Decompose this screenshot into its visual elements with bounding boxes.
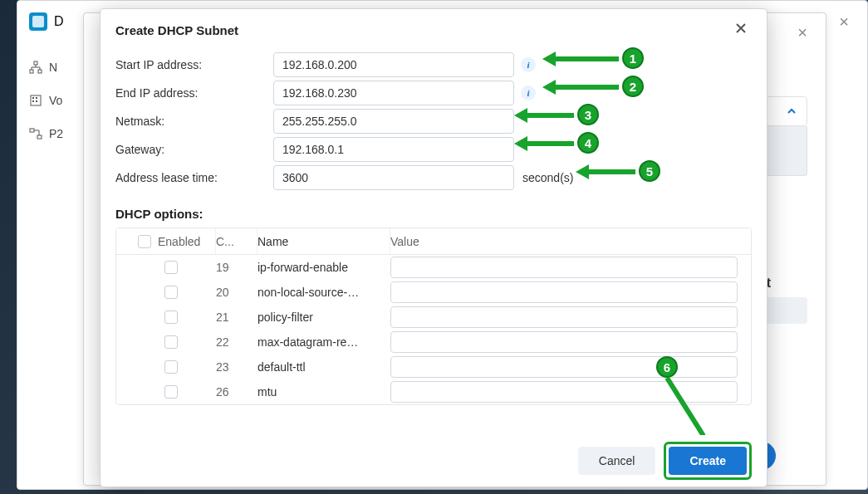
row-name: default-ttl [257,360,390,374]
row-name: max-datagram-re… [257,335,390,349]
row-value-input[interactable] [390,306,738,328]
input-start-ip[interactable] [273,52,514,77]
row-name: ip-forward-enable [257,261,390,274]
checkbox-all[interactable] [138,235,151,248]
label-end-ip: End IP address: [115,86,273,100]
unit-seconds: second(s) [522,171,573,184]
sidebar: N Vo P2 [17,51,92,150]
table-row[interactable]: 22max-datagram-re… [116,330,751,355]
table-row[interactable]: 26mtu [116,379,751,404]
p2p-icon [29,127,42,140]
svg-rect-1 [30,70,33,73]
label-netmask: Netmask: [115,115,273,128]
svg-rect-0 [34,61,37,65]
dialog-body: Start IP address: i End IP address: i Ne… [101,47,767,435]
row-value-input[interactable] [390,356,738,378]
options-table-body[interactable]: 19ip-forward-enable20non-local-source-…2… [116,255,751,404]
row-code: 21 [216,311,257,324]
create-annotation-box: Create [664,442,752,480]
annotation-arrow-3 [514,111,574,120]
row-code: 22 [216,335,257,349]
row-end-ip: End IP address: i [115,79,752,107]
annotation-marker-2: 2 [622,76,644,97]
dialog-close-icon[interactable] [730,21,752,39]
col-value[interactable]: Value [390,228,751,254]
col-enabled[interactable]: Enabled [116,228,216,254]
dialog-header: Create DHCP Subnet [101,9,767,47]
annotation-arrow-6 [665,376,715,435]
svg-rect-5 [36,97,37,99]
app-title: D [54,14,64,29]
row-name: policy-filter [257,311,390,324]
table-row[interactable]: 21policy-filter [116,305,751,330]
info-icon[interactable]: i [521,57,536,72]
row-start-ip: Start IP address: i [115,51,752,79]
annotation-arrow-4 [514,139,574,148]
create-dhcp-dialog: Create DHCP Subnet Start IP address: i E… [100,8,767,487]
svg-rect-7 [36,100,37,102]
dialog-footer: Cancel Create [101,435,767,487]
edit-close-icon[interactable]: × [791,23,814,42]
table-row[interactable]: 19ip-forward-enable [116,255,751,280]
info-icon[interactable]: i [521,86,536,100]
cancel-button[interactable]: Cancel [578,447,656,475]
row-checkbox[interactable] [164,385,178,399]
row-name: non-local-source-… [257,286,390,299]
options-table-header: Enabled C... Name Value [116,228,751,255]
row-checkbox[interactable] [164,286,178,299]
label-lease: Address lease time: [115,171,273,184]
annotation-marker-5: 5 [639,160,660,182]
input-netmask[interactable] [273,109,514,134]
dhcp-options-title: DHCP options: [115,207,752,221]
tree-icon [29,61,42,74]
options-table: Enabled C... Name Value 19ip-forward-ena… [115,227,752,405]
app-logo-icon [29,12,47,31]
row-code: 20 [216,286,257,299]
row-checkbox[interactable] [164,360,178,374]
sidebar-label: P2 [49,127,63,140]
app-close-icon[interactable]: × [832,12,856,32]
svg-rect-8 [30,129,34,132]
chevron-up-icon [787,106,797,116]
create-button[interactable]: Create [669,447,747,475]
input-gateway[interactable] [273,137,514,162]
label-start-ip: Start IP address: [115,58,273,71]
row-checkbox[interactable] [164,311,178,324]
svg-rect-9 [37,135,42,139]
annotation-marker-1: 1 [622,47,644,69]
row-checkbox[interactable] [164,335,178,349]
row-value-input[interactable] [390,331,738,353]
annotation-arrow-5 [576,168,635,176]
sidebar-label: Vo [49,94,62,107]
table-row[interactable]: 20non-local-source-… [116,280,751,305]
row-code: 19 [216,261,257,274]
annotation-marker-4: 4 [577,132,599,154]
row-code: 23 [216,360,257,374]
row-value-input[interactable] [390,257,738,278]
row-name: mtu [257,385,390,399]
annotation-marker-6: 6 [656,356,678,378]
svg-rect-4 [32,97,34,99]
svg-rect-6 [32,100,34,102]
annotation-arrow-2 [542,83,619,91]
label-gateway: Gateway: [115,143,273,156]
row-netmask: Netmask: [115,107,752,135]
col-enabled-label: Enabled [158,235,200,248]
input-lease[interactable] [273,165,514,190]
col-code[interactable]: C... [216,228,257,254]
svg-line-11 [667,378,704,435]
col-name[interactable]: Name [257,228,390,254]
row-value-input[interactable] [390,281,738,303]
building-icon [29,94,42,107]
dialog-title: Create DHCP Subnet [115,23,238,37]
row-gateway: Gateway: [115,135,752,164]
row-checkbox[interactable] [164,261,178,274]
input-end-ip[interactable] [273,81,514,105]
annotation-marker-3: 3 [577,104,599,125]
annotation-arrow-1 [542,55,619,63]
sidebar-label: N [49,61,57,74]
row-code: 26 [216,385,257,399]
svg-rect-2 [38,70,42,73]
